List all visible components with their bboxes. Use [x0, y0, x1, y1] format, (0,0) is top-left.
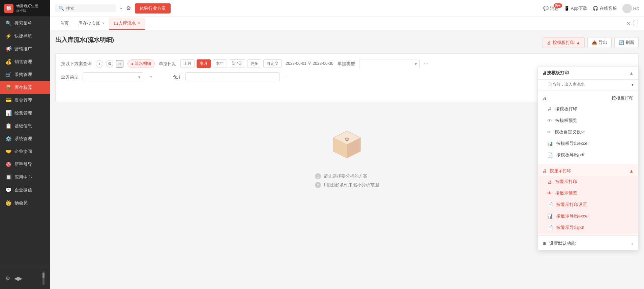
display-settings-item[interactable]: 📄 按显示打印设置	[538, 199, 638, 210]
tab-batch[interactable]: 库存批次账 ×	[74, 18, 109, 30]
default-section-arrow: ▾	[631, 241, 634, 246]
business-type-select[interactable]	[83, 72, 143, 81]
close-window-icon[interactable]: ✕	[626, 20, 631, 27]
export-btn[interactable]: 📤 导出	[587, 37, 612, 48]
topbar-search-box[interactable]: 🔍	[55, 4, 116, 12]
sidebar-item-quicknav[interactable]: ⚡ 快捷导航	[0, 30, 50, 43]
topbar-search-input[interactable]	[66, 6, 110, 11]
page-content: 出入库流水(流水明细) 🖨 按模板打印 ▲ 📤 导出 🔄 刷新	[50, 30, 644, 289]
sidebar-item-search[interactable]: 🔍 搜索菜单	[0, 17, 50, 30]
tab-flow[interactable]: 出入库流水 ×	[109, 18, 145, 30]
pdf-icon: 📄	[547, 152, 553, 158]
sidebar-item-basic[interactable]: 📋 基础信息	[0, 120, 50, 132]
app-download-btn[interactable]: 📱 App下载	[564, 5, 587, 11]
template-excel-item[interactable]: 📊 按模板导出excel	[538, 138, 638, 149]
date-7days-btn[interactable]: 近7天	[229, 59, 245, 68]
maximize-window-icon[interactable]: ⛶	[633, 20, 639, 27]
tab-flow-close-icon[interactable]: ×	[138, 21, 140, 25]
sidebar-item-sales[interactable]: 💰 销售管理	[0, 55, 50, 68]
template-pdf-item[interactable]: 📄 按模板导出pdf	[538, 149, 638, 161]
collapse-sidebar-icon[interactable]: ◀▶	[14, 275, 22, 282]
sidebar-item-finance[interactable]: 💳 资金管理	[0, 94, 50, 107]
svg-point-6	[348, 138, 349, 139]
online-service-btn[interactable]: 🎧 在线客服	[593, 5, 617, 11]
display-pdf-item[interactable]: 📄 按显示导出pdf	[538, 222, 638, 233]
industry-btn[interactable]: 体验行业方案	[135, 3, 171, 14]
topbar-chevron-icon[interactable]: ▾	[120, 6, 122, 11]
user-name: Rit	[633, 6, 639, 11]
sidebar-item-marketing[interactable]: 📢 营销推广	[0, 43, 50, 55]
template-preview-item[interactable]: 👁 按模板预览	[538, 115, 638, 126]
filter-collapse-btn[interactable]: «	[116, 60, 123, 68]
dropdown-current-item: 📄 当前：出入库流水 ▾	[538, 80, 638, 89]
filter-settings-btn[interactable]: ⚙	[106, 60, 113, 68]
tab-home[interactable]: 首页	[55, 18, 74, 30]
print-template-btn[interactable]: 🖨 按模板打印 ▲	[543, 37, 585, 48]
template-section-header: 🖨 按模板打印	[538, 93, 638, 103]
sidebar-item-guide[interactable]: 🎯 新手引导	[0, 158, 50, 171]
message-icon: 💬	[543, 6, 549, 11]
sidebar-item-purchase[interactable]: 🛒 采购管理	[0, 68, 50, 81]
default-section-header: ⚙ 设置默认功能 ▾	[538, 238, 638, 248]
date-prev-month-btn[interactable]: 上月	[180, 59, 195, 68]
current-item-icon: 📄	[547, 82, 552, 87]
sidebar: 畅 畅捷通好生意 标准版 🔍 搜索菜单 ⚡ 快捷导航 📢 营销推广 💰 销售管理…	[0, 0, 50, 289]
svg-point-5	[345, 138, 346, 139]
display-print-item[interactable]: 🖨 按显示打印	[538, 176, 638, 187]
sidebar-item-system[interactable]: ⚙️ 系统管理	[0, 132, 50, 145]
display-section-header: 🖨 按显示打印 ▲	[538, 165, 638, 176]
refresh-icon: 🔄	[619, 40, 624, 45]
user-avatar-area[interactable]: Rit	[622, 4, 639, 13]
print-doc-icon: 🖨	[547, 106, 552, 112]
phone-icon: 📱	[564, 6, 569, 11]
display-preview-item[interactable]: 👁 按显示预览	[538, 187, 638, 199]
warehouse-input[interactable]	[185, 72, 280, 81]
sidebar-item-apps[interactable]: 🔲 应用中心	[0, 171, 50, 184]
sidebar-item-inventory[interactable]: 📦 库存核算	[0, 81, 50, 94]
dropdown-close-chevron[interactable]: ▲	[629, 71, 634, 76]
topbar-gear-icon[interactable]: ⚙	[126, 5, 131, 11]
date-filter-label: 单据日期	[159, 61, 176, 67]
settings-footer-icon[interactable]: ⚙	[5, 275, 10, 282]
display-print-icon: 🖨	[547, 179, 552, 184]
current-item-arrow: ▾	[632, 82, 634, 87]
sidebar-item-operations[interactable]: 📊 经营管理	[0, 107, 50, 120]
refresh-btn[interactable]: 🔄 刷新	[614, 37, 639, 48]
business-type-label: 业务类型	[61, 74, 79, 80]
date-year-btn[interactable]: 本年	[213, 59, 227, 68]
date-filter: 上月 本月 本年 近7天 更多 自定义 2023-06-01 至 2023-06…	[180, 59, 333, 68]
filter-label: 按以下方案查询	[61, 61, 92, 67]
tab-batch-label: 库存批次账	[78, 20, 100, 26]
doc-type-select-wrapper	[359, 59, 420, 68]
date-custom-btn[interactable]: 自定义	[263, 59, 282, 68]
tab-flow-label: 出入库流水	[114, 20, 136, 26]
date-current-month-btn[interactable]: 本月	[197, 59, 211, 68]
app-logo: 畅 畅捷通好生意 标准版	[0, 0, 50, 17]
empty-illustration	[330, 128, 364, 168]
template-custom-item[interactable]: ✏ 模板自定义设计	[538, 126, 638, 138]
search-icon: 🔍	[5, 20, 12, 26]
messages-count: 99+	[554, 3, 562, 8]
business-type-select-wrapper	[83, 72, 143, 81]
sidebar-item-wechat[interactable]: 💬 企业微信	[0, 184, 50, 196]
messages-badge[interactable]: 💬 消息 99+	[543, 5, 559, 11]
default-section-icon: ⚙	[543, 241, 547, 246]
display-excel-item[interactable]: 📊 按显示导出excel	[538, 210, 638, 222]
doc-type-filter-label: 单据类型	[338, 61, 355, 67]
warehouse-more-btn[interactable]: ···	[284, 74, 288, 80]
template-print-item[interactable]: 🖨 按模板打印	[538, 103, 638, 115]
sidebar-footer: ⚙ ◀▶	[0, 267, 50, 289]
sidebar-item-vip[interactable]: 👑 畅会员	[0, 196, 50, 209]
tab-batch-close-icon[interactable]: ×	[102, 21, 105, 25]
template-section-icon: 🖨	[543, 96, 547, 101]
doc-type-select[interactable]	[359, 59, 420, 68]
dropdown-print-icon: 🖨	[543, 71, 547, 76]
sidebar-item-collab[interactable]: 🤝 企业协同	[0, 145, 50, 158]
date-more-btn[interactable]: 更多	[247, 59, 261, 68]
money-icon: 💰	[5, 59, 12, 65]
doc-type-more-btn[interactable]: ···	[424, 61, 428, 67]
print-dropdown-panel: 🖨 按模板打印 ▲ 📄 当前：出入库流水 ▾ 🖨 按模板打印 🖨 按模板打印	[537, 66, 639, 250]
chat-icon: 💬	[5, 187, 12, 193]
filter-add-btn[interactable]: +	[96, 60, 103, 68]
topbar: 🔍 ▾ ⚙ 体验行业方案 💬 消息 99+ 📱 App下载 🎧 在线客服 Rit	[50, 0, 644, 17]
